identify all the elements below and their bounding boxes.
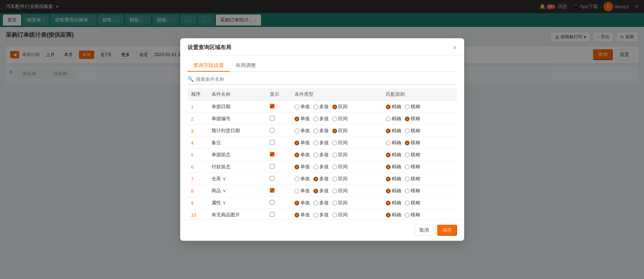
row-match-radio-精确[interactable] <box>386 117 391 121</box>
modal-tabs: 查询字段设置 布局调整 <box>187 56 457 72</box>
row-type-radio-区间[interactable] <box>332 105 337 109</box>
row-type-radio-单值[interactable] <box>295 117 299 121</box>
modal-tab-query-fields[interactable]: 查询字段设置 <box>187 60 230 72</box>
row-match-radio-模糊[interactable] <box>405 213 410 217</box>
table-row: 4备注单值多值区间精确模糊 <box>187 137 457 149</box>
row-match-radio-精确[interactable] <box>386 165 391 169</box>
row-show-checkbox[interactable] <box>270 140 274 145</box>
row-type-radio-单值[interactable] <box>295 129 299 133</box>
row-match-cell: 精确模糊 <box>382 101 457 113</box>
search-input[interactable] <box>196 76 261 82</box>
row-type-radio-单值[interactable] <box>295 165 299 169</box>
row-type-radio-区间[interactable] <box>332 213 337 217</box>
modal-close-button[interactable]: × <box>453 44 457 51</box>
row-type-radio-多值[interactable] <box>313 141 318 145</box>
row-type-radio-区间[interactable] <box>332 129 337 133</box>
table-row: 7仓库 ∨单值多值区间精确模糊 <box>187 173 457 185</box>
row-type-radio-区间[interactable] <box>332 141 337 145</box>
row-type-radio-多值[interactable] <box>313 177 318 181</box>
row-order: 8 <box>187 185 208 197</box>
row-match-radio-模糊[interactable] <box>405 141 410 145</box>
row-match-radio-模糊[interactable] <box>405 153 410 157</box>
row-show-checkbox[interactable] <box>270 104 274 109</box>
row-match-radio-精确[interactable] <box>386 177 391 181</box>
row-show-checkbox-cell <box>266 113 291 125</box>
row-show-checkbox[interactable] <box>270 116 274 121</box>
row-type-cell: 单值多值区间 <box>291 137 382 149</box>
col-header-match: 匹配原则 <box>382 88 457 101</box>
row-type-radio-区间[interactable] <box>332 153 337 157</box>
row-type-radio-单值[interactable] <box>295 177 299 181</box>
row-type-radio-多值[interactable] <box>313 189 318 193</box>
row-type-radio-单值[interactable] <box>295 201 299 205</box>
modal-footer: 取消 保存 <box>180 219 464 241</box>
row-order: 7 <box>187 173 208 185</box>
row-condition-name: 商品 ∨ <box>208 185 266 197</box>
row-match-radio-精确[interactable] <box>386 201 391 205</box>
row-type-cell: 单值多值区间 <box>291 197 382 209</box>
row-show-checkbox[interactable] <box>270 188 274 193</box>
row-show-checkbox-cell <box>266 149 291 161</box>
row-match-radio-模糊[interactable] <box>405 129 410 133</box>
row-order: 2 <box>187 113 208 125</box>
row-match-radio-精确[interactable] <box>386 189 391 193</box>
row-type-radio-单值[interactable] <box>295 189 299 193</box>
row-match-radio-模糊[interactable] <box>405 165 410 169</box>
row-show-checkbox-cell <box>266 101 291 113</box>
row-type-radio-区间[interactable] <box>332 117 337 121</box>
row-type-radio-多值[interactable] <box>313 105 318 109</box>
row-match-radio-精确[interactable] <box>386 153 391 157</box>
row-show-checkbox[interactable] <box>270 200 274 205</box>
row-type-radio-区间[interactable] <box>332 201 337 205</box>
row-type-radio-多值[interactable] <box>313 129 318 133</box>
search-icon: 🔍 <box>187 76 194 82</box>
row-type-radio-单值[interactable] <box>295 105 299 109</box>
row-show-checkbox[interactable] <box>270 164 274 169</box>
col-header-order: 顺序 <box>187 88 208 101</box>
row-type-radio-区间[interactable] <box>332 165 337 169</box>
table-row: 6付款状态单值多值区间精确模糊 <box>187 161 457 173</box>
row-match-cell: 精确模糊 <box>382 113 457 125</box>
row-type-radio-多值[interactable] <box>313 153 318 157</box>
row-type-radio-多值[interactable] <box>313 213 318 217</box>
row-type-radio-区间[interactable] <box>332 189 337 193</box>
row-show-checkbox-cell <box>266 125 291 137</box>
row-condition-name: 付款状态 <box>208 161 266 173</box>
row-type-radio-多值[interactable] <box>313 201 318 205</box>
row-match-radio-模糊[interactable] <box>405 117 410 121</box>
row-show-checkbox-cell <box>266 209 291 220</box>
row-type-radio-单值[interactable] <box>295 213 299 217</box>
row-match-radio-模糊[interactable] <box>405 189 410 193</box>
row-type-radio-多值[interactable] <box>313 117 318 121</box>
cancel-button[interactable]: 取消 <box>415 225 434 236</box>
row-type-radio-单值[interactable] <box>295 141 299 145</box>
col-header-show: 显示 <box>266 88 291 101</box>
row-condition-name: 备注 <box>208 137 266 149</box>
row-match-radio-精确[interactable] <box>386 141 391 145</box>
row-type-radio-单值[interactable] <box>295 153 299 157</box>
row-type-radio-区间[interactable] <box>332 177 337 181</box>
modal-title: 设置查询区域布局 <box>187 44 231 51</box>
row-show-checkbox[interactable] <box>270 128 274 133</box>
row-match-radio-模糊[interactable] <box>405 105 410 109</box>
row-match-cell: 精确模糊 <box>382 209 457 220</box>
col-header-type: 条件类型 <box>291 88 382 101</box>
row-show-checkbox[interactable] <box>270 176 274 181</box>
row-match-cell: 精确模糊 <box>382 137 457 149</box>
row-match-radio-精确[interactable] <box>386 129 391 133</box>
modal-tab-layout[interactable]: 布局调整 <box>230 60 262 72</box>
row-type-radio-多值[interactable] <box>313 165 318 169</box>
modal-search-bar: 🔍 <box>187 76 457 85</box>
table-row: 10有无商品图片单值多值区间精确模糊 <box>187 209 457 220</box>
row-match-cell: 精确模糊 <box>382 185 457 197</box>
row-show-checkbox[interactable] <box>270 212 274 217</box>
row-match-radio-精确[interactable] <box>386 105 391 109</box>
row-match-radio-模糊[interactable] <box>405 201 410 205</box>
save-button[interactable]: 保存 <box>437 225 457 236</box>
row-show-checkbox[interactable] <box>270 152 274 157</box>
row-match-radio-精确[interactable] <box>386 213 391 217</box>
row-order: 1 <box>187 101 208 113</box>
row-condition-name: 有无商品图片 <box>208 209 266 220</box>
row-match-radio-模糊[interactable] <box>405 177 410 181</box>
conditions-table-scroll[interactable]: 顺序 条件名称 显示 条件类型 匹配原则 1单据日期单值多值区间精确模糊2单据编… <box>187 88 457 219</box>
